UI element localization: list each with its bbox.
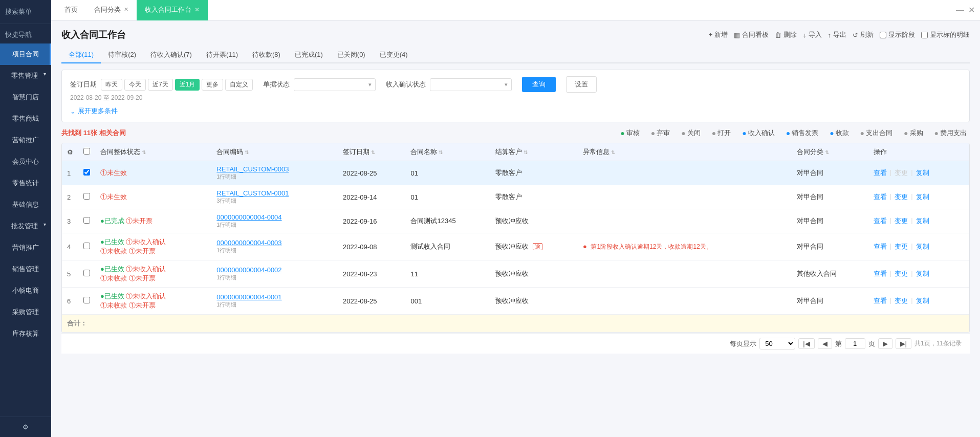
- expense-out-button[interactable]: ● 费用支出: [931, 127, 970, 139]
- checkbox-col-header[interactable]: [78, 143, 95, 161]
- close-icon[interactable]: ✕: [124, 6, 128, 13]
- per-page-select[interactable]: 50 100 200: [759, 338, 795, 349]
- import-button[interactable]: ↓ 导入: [803, 30, 822, 39]
- row-checkbox[interactable]: [78, 260, 95, 288]
- row-checkbox[interactable]: [78, 185, 95, 209]
- row-checkbox[interactable]: [78, 161, 95, 185]
- copy-link[interactable]: 复制: [916, 296, 929, 305]
- delete-button[interactable]: 🗑 删除: [775, 30, 797, 39]
- close-icon[interactable]: ✕: [194, 6, 200, 13]
- first-page-button[interactable]: |◀: [798, 338, 814, 349]
- collection-button[interactable]: ● 收款: [826, 127, 852, 139]
- filter-tab-all[interactable]: 全部(11): [61, 47, 101, 63]
- new-button[interactable]: + 新增: [709, 30, 728, 39]
- next-page-button[interactable]: ▶: [878, 338, 892, 349]
- edit-link[interactable]: 变更: [895, 216, 908, 226]
- row-checkbox[interactable]: [78, 288, 95, 315]
- sidebar-item-inventory[interactable]: 库存核算: [0, 323, 51, 344]
- purchase-button[interactable]: ● 采购: [901, 127, 926, 139]
- view-link[interactable]: 查看: [874, 242, 887, 251]
- income-confirm-button[interactable]: ● 收入确认: [739, 127, 777, 139]
- contract-board-button[interactable]: ▦ 合同看板: [734, 30, 769, 39]
- status-col-header[interactable]: 合同整体状态⇅: [95, 143, 211, 161]
- filter-tab-pending-collection[interactable]: 待收款(8): [245, 47, 288, 63]
- code-col-header[interactable]: 合同编码⇅: [211, 143, 338, 161]
- sidebar-item-marketing2[interactable]: 营销推广: [0, 237, 51, 258]
- setting-button[interactable]: 设置: [566, 76, 597, 93]
- date-last7[interactable]: 近7天: [148, 79, 173, 91]
- sidebar-settings[interactable]: ⚙: [0, 417, 51, 437]
- filter-tab-changed[interactable]: 已变更(4): [373, 47, 415, 63]
- contract-code-link[interactable]: 0000000000004-0004: [216, 213, 333, 221]
- show-details-checkbox[interactable]: 显示标的明细: [921, 30, 970, 39]
- view-link[interactable]: 查看: [874, 168, 887, 178]
- export-button[interactable]: ↑ 导出: [828, 30, 847, 39]
- tab-home[interactable]: 首页: [56, 0, 86, 20]
- gear-col-header[interactable]: ⚙: [62, 143, 78, 161]
- filter-tab-closed[interactable]: 已关闭(0): [330, 47, 373, 63]
- edit-link[interactable]: 变更: [895, 168, 908, 178]
- row-checkbox[interactable]: [78, 209, 95, 233]
- refresh-button[interactable]: ↺ 刷新: [853, 30, 874, 39]
- row-checkbox[interactable]: [78, 233, 95, 260]
- date-last1month[interactable]: 近1月: [175, 79, 200, 91]
- abandon-review-button[interactable]: ● 弃审: [648, 127, 673, 139]
- sales-invoice-button[interactable]: ● 销售发票: [783, 127, 821, 139]
- payout-button[interactable]: ● 支出合同: [857, 127, 896, 139]
- contract-code-link[interactable]: 0000000000004-0003: [216, 239, 333, 247]
- copy-link[interactable]: 复制: [916, 269, 929, 278]
- sidebar-item-purchase[interactable]: 采购管理: [0, 301, 51, 323]
- date-yesterday[interactable]: 昨天: [101, 79, 122, 91]
- view-link[interactable]: 查看: [874, 269, 887, 278]
- contract-code-link[interactable]: RETAIL_CUSTOM-0001: [216, 189, 333, 197]
- sidebar-search[interactable]: 搜索菜单: [0, 0, 51, 24]
- last-page-button[interactable]: ▶|: [896, 338, 911, 349]
- sign-date-col-header[interactable]: 签订日期⇅: [338, 143, 405, 161]
- sidebar-item-member[interactable]: 会员中心: [0, 151, 51, 172]
- copy-link[interactable]: 复制: [916, 168, 929, 178]
- edit-link[interactable]: 变更: [895, 242, 908, 251]
- sidebar-item-sales-mgmt[interactable]: 销售管理: [0, 258, 51, 280]
- copy-link[interactable]: 复制: [916, 242, 929, 251]
- view-link[interactable]: 查看: [874, 216, 887, 226]
- sidebar-item-xiaowei[interactable]: 小畅电商: [0, 280, 51, 301]
- contract-code-link[interactable]: 0000000000004-0002: [216, 266, 333, 274]
- sidebar-item-marketing[interactable]: 营销推广: [0, 129, 51, 151]
- query-button[interactable]: 查询: [522, 77, 556, 92]
- filter-tab-pending-review[interactable]: 待审核(2): [101, 47, 143, 63]
- show-stages-checkbox[interactable]: 显示阶段: [880, 30, 915, 39]
- name-col-header[interactable]: 合同名称⇅: [405, 143, 490, 161]
- minimize-icon[interactable]: —: [956, 6, 964, 15]
- sidebar-item-smart-store[interactable]: 智慧门店: [0, 86, 51, 108]
- filter-tab-completed[interactable]: 已完成(1): [288, 47, 330, 63]
- customer-col-header[interactable]: 结算客户⇅: [490, 143, 578, 161]
- tab-contract-category[interactable]: 合同分类 ✕: [86, 0, 137, 20]
- contract-code-link[interactable]: 0000000000004-0001: [216, 293, 333, 301]
- sidebar-quick-nav[interactable]: 快捷导航: [0, 24, 51, 43]
- contract-code-link[interactable]: RETAIL_CUSTOM-0003: [216, 165, 333, 173]
- edit-link[interactable]: 变更: [895, 296, 908, 305]
- expand-search-button[interactable]: ⌄ 展开更多条件: [70, 106, 961, 116]
- select-all-checkbox[interactable]: [83, 148, 90, 155]
- copy-link[interactable]: 复制: [916, 216, 929, 226]
- date-custom[interactable]: 自定义: [225, 79, 253, 91]
- view-link[interactable]: 查看: [874, 296, 887, 305]
- review-button[interactable]: ● 审核: [617, 127, 642, 139]
- abnormal-col-header[interactable]: 异常信息⇅: [578, 143, 792, 161]
- print-button[interactable]: ● 打开: [709, 127, 734, 139]
- sidebar-item-project[interactable]: 项目合同: [0, 43, 51, 65]
- copy-link[interactable]: 复制: [916, 192, 929, 202]
- category-col-header[interactable]: 合同分类⇅: [792, 143, 868, 161]
- date-more[interactable]: 更多: [202, 79, 223, 91]
- page-input[interactable]: [845, 338, 865, 349]
- sidebar-item-retail-stats[interactable]: 零售统计: [0, 172, 51, 194]
- edit-link[interactable]: 变更: [895, 269, 908, 278]
- sidebar-item-retail-mall[interactable]: 零售商城: [0, 108, 51, 129]
- close-contract-button[interactable]: ● 关闭: [678, 127, 703, 139]
- filter-tab-pending-invoice[interactable]: 待开票(11): [199, 47, 245, 63]
- close-window-icon[interactable]: ✕: [968, 5, 975, 15]
- sidebar-item-base-info[interactable]: 基础信息: [0, 194, 51, 215]
- tab-income-contract[interactable]: 收入合同工作台 ✕: [137, 0, 208, 20]
- prev-page-button[interactable]: ◀: [818, 338, 832, 349]
- edit-link[interactable]: 变更: [895, 192, 908, 202]
